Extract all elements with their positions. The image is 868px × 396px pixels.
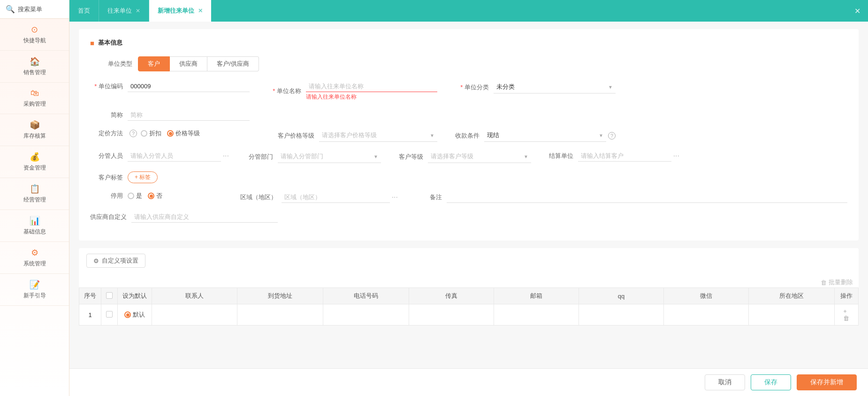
fax-input[interactable] — [414, 311, 489, 318]
unit-category-select[interactable]: 未分类 ▼ — [494, 81, 616, 93]
sidebar-item-sales-mgmt[interactable]: 🏠 销售管理 — [0, 51, 69, 83]
short-name-input[interactable] — [128, 109, 250, 121]
contact-input[interactable] — [157, 311, 232, 318]
payment-terms-arrow-icon: ▼ — [599, 133, 603, 138]
tab-bar: 首页 往来单位 ✕ 新增往来单位 ✕ ✕ — [69, 0, 868, 22]
row-wechat[interactable] — [663, 304, 748, 326]
payment-terms-help-icon[interactable]: ? — [608, 132, 616, 140]
region-field: 区域（地区） ··· — [240, 192, 400, 203]
pricing-grade-label: 价格等级 — [175, 129, 200, 138]
row-action: + 🗑 — [834, 304, 858, 326]
sidebar-item-label: 销售管理 — [23, 69, 46, 77]
sidebar-item-quick-nav[interactable]: ⊙ 快捷导航 — [0, 19, 69, 51]
pricing-method-radio-group: 折扣 价格等级 — [141, 129, 268, 138]
tab-partners-close[interactable]: ✕ — [136, 8, 140, 14]
col-wechat: 微信 — [663, 288, 748, 304]
sidebar-item-basic-info[interactable]: 📊 基础信息 — [0, 210, 69, 242]
unit-type-both-btn[interactable]: 客户/供应商 — [207, 56, 259, 71]
row-region[interactable] — [749, 304, 835, 326]
sidebar-item-finance[interactable]: 💰 资金管理 — [0, 146, 69, 178]
dept-select[interactable]: 请输入分管部门 ▼ — [278, 150, 381, 163]
unit-name-input[interactable] — [306, 81, 437, 92]
tab-new-partner-close[interactable]: ✕ — [198, 8, 203, 14]
settlement-unit-input[interactable] — [578, 150, 671, 162]
row-checkbox-cell — [101, 304, 118, 326]
row-region-input[interactable] — [754, 311, 830, 318]
cancel-button[interactable]: 取消 — [705, 374, 745, 390]
tab-new-partner[interactable]: 新增往来单位 ✕ — [149, 0, 211, 22]
contact-table: 序号 设为默认 联系人 到货地址 电话号码 传真 邮箱 qq 微信 所在地区 操… — [79, 287, 859, 326]
phone-input[interactable] — [328, 311, 404, 318]
sidebar-item-purchase-mgmt[interactable]: 🛍 采购管理 — [0, 83, 69, 114]
customer-level-label: 客户等级 — [390, 153, 428, 161]
disable-no-radio[interactable]: 否 — [148, 192, 162, 200]
sidebar-item-label: 系统管理 — [23, 260, 46, 268]
pricing-grade-radio[interactable]: 价格等级 — [167, 129, 200, 138]
header-checkbox[interactable] — [106, 292, 113, 299]
payment-terms-field: 收款条件 现结 ▼ ? — [447, 129, 616, 142]
row-qq[interactable] — [579, 304, 664, 326]
save-button[interactable]: 保存 — [751, 374, 791, 390]
form-row-1: 单位编码 单位名称 请输入往来单位名称 — [90, 81, 847, 101]
sidebar-item-operations[interactable]: 📋 经营管理 — [0, 178, 69, 210]
email-input[interactable] — [499, 311, 574, 318]
col-qq: qq — [579, 288, 664, 304]
row-checkbox[interactable] — [106, 311, 113, 318]
manager-input[interactable] — [128, 150, 221, 162]
custom-settings-button[interactable]: ⚙ 自定义项设置 — [86, 254, 145, 268]
row-delete-btn[interactable]: 🗑 — [843, 315, 849, 322]
customer-price-level-select[interactable]: 请选择客户价格等级 ▼ — [319, 129, 437, 142]
customer-tag-label: 客户标签 — [90, 173, 128, 182]
tab-home[interactable]: 首页 — [69, 0, 99, 22]
sidebar-search-label: 搜索菜单 — [18, 5, 42, 14]
tab-partners[interactable]: 往来单位 ✕ — [99, 0, 149, 22]
settlement-unit-more-btn[interactable]: ··· — [671, 152, 681, 160]
region-input[interactable] — [282, 192, 390, 203]
unit-type-customer-btn[interactable]: 客户 — [138, 56, 170, 71]
unit-type-label: 单位类型 — [90, 60, 132, 68]
disable-yes-label: 是 — [136, 192, 142, 200]
row-contact[interactable] — [152, 304, 237, 326]
sidebar-item-label: 快捷导航 — [23, 37, 46, 45]
batch-delete-button[interactable]: 🗑 批量删除 — [821, 278, 853, 287]
region-more-btn[interactable]: ··· — [390, 193, 400, 202]
sidebar-search[interactable]: 🔍 搜索菜单 — [0, 0, 69, 19]
form-row-4: 分管人员 ··· 分管部门 请输入分管部门 ▼ 客户等级 — [90, 150, 847, 163]
address-input[interactable] — [242, 311, 318, 318]
sidebar-item-label: 库存核算 — [23, 132, 46, 140]
remark-input[interactable] — [447, 192, 847, 203]
qq-input[interactable] — [584, 311, 659, 318]
section-title: ■ 基本信息 — [90, 39, 847, 47]
wechat-input[interactable] — [669, 311, 744, 318]
disable-yes-radio[interactable]: 是 — [128, 192, 142, 200]
row-email[interactable] — [494, 304, 579, 326]
row-fax[interactable] — [409, 304, 494, 326]
manager-more-btn[interactable]: ··· — [221, 152, 231, 160]
region-label: 区域（地区） — [240, 193, 282, 202]
pricing-discount-radio[interactable]: 折扣 — [141, 129, 161, 138]
sidebar: 🔍 搜索菜单 ⊙ 快捷导航 🏠 销售管理 🛍 采购管理 📦 库存核算 💰 资金管… — [0, 0, 69, 396]
tab-home-label: 首页 — [78, 7, 90, 15]
table-header-row: 序号 设为默认 联系人 到货地址 电话号码 传真 邮箱 qq 微信 所在地区 操… — [79, 288, 859, 304]
tab-close-all-button[interactable]: ✕ — [847, 7, 868, 16]
col-email: 邮箱 — [494, 288, 579, 304]
payment-terms-select[interactable]: 现结 ▼ — [484, 129, 606, 142]
customer-level-field: 客户等级 请选择客户等级 ▼ — [390, 150, 531, 163]
unit-type-supplier-btn[interactable]: 供应商 — [170, 56, 207, 71]
save-and-new-button[interactable]: 保存并新增 — [797, 374, 857, 390]
sidebar-item-inventory[interactable]: 📦 库存核算 — [0, 114, 69, 146]
sidebar-item-sys-mgmt[interactable]: ⚙ 系统管理 — [0, 242, 69, 274]
row-default: 默认 — [118, 304, 152, 326]
col-fax: 传真 — [409, 288, 494, 304]
row-default-radio[interactable]: 默认 — [122, 311, 147, 319]
pricing-method-help-icon[interactable]: ? — [129, 130, 137, 137]
add-tag-button[interactable]: + 标签 — [128, 171, 158, 183]
row-address[interactable] — [237, 304, 323, 326]
supplier-custom-input[interactable] — [131, 211, 278, 223]
row-phone[interactable] — [323, 304, 409, 326]
unit-code-input[interactable] — [128, 81, 250, 92]
customer-level-select[interactable]: 请选择客户等级 ▼ — [428, 150, 531, 163]
row-add-btn[interactable]: + — [843, 308, 847, 315]
operations-icon: 📋 — [30, 184, 40, 194]
sidebar-item-new-guide[interactable]: 📝 新手引导 — [0, 274, 69, 306]
